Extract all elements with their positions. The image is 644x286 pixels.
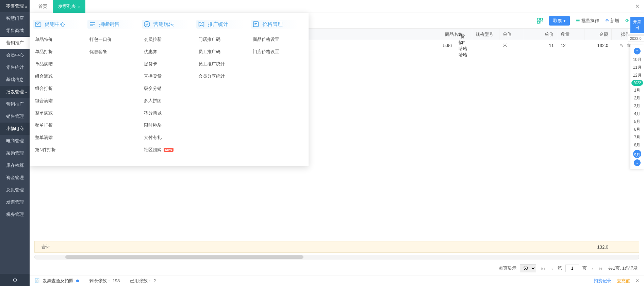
- recharge-link[interactable]: 去充值: [617, 278, 630, 284]
- mega-menu-item[interactable]: 单品满赠: [33, 58, 81, 70]
- scroll-up-icon[interactable]: ⌃: [634, 48, 641, 54]
- qupiao-button[interactable]: 取票 ▾: [549, 16, 570, 26]
- edit-icon[interactable]: ✎: [620, 43, 623, 48]
- col-header-qty[interactable]: 数量: [557, 29, 584, 40]
- mega-menu-item[interactable]: 直播卖货: [142, 70, 189, 82]
- sidebar-item[interactable]: 零售管理▴: [0, 0, 30, 12]
- sidebar-item[interactable]: 资金管理: [0, 172, 30, 184]
- sidebar-item[interactable]: 零售商城: [0, 25, 30, 37]
- mega-menu-item[interactable]: 支付有礼: [142, 131, 189, 144]
- col-header-price[interactable]: 单价: [523, 29, 557, 40]
- sidebar-item[interactable]: 营销推广: [0, 37, 30, 49]
- mega-menu-item[interactable]: 优惠券: [142, 46, 189, 58]
- sidebar-item[interactable]: 会员中心: [0, 49, 30, 61]
- sidebar-item[interactable]: 批发管理▴: [0, 86, 30, 98]
- month-item[interactable]: 6月: [630, 126, 644, 133]
- month-item[interactable]: 2月: [630, 94, 644, 102]
- deduct-link[interactable]: 扣费记录: [594, 278, 611, 284]
- qr-icon[interactable]: [537, 18, 543, 24]
- pager-page-input[interactable]: [565, 265, 579, 272]
- sidebar-item[interactable]: 发票管理: [0, 196, 30, 208]
- scrollbar-thumb[interactable]: [65, 255, 303, 259]
- mega-menu-item[interactable]: 第N件打折: [33, 144, 81, 156]
- mega-menu-item[interactable]: 会员分享统计: [196, 70, 244, 82]
- mega-menu-item[interactable]: 整单打折: [33, 119, 81, 131]
- sidebar-item[interactable]: 税务管理: [0, 208, 30, 221]
- category-icon: [198, 20, 205, 28]
- category-icon: [252, 20, 260, 28]
- month-item[interactable]: 3月: [630, 102, 644, 110]
- month-item[interactable]: 8月: [630, 141, 644, 149]
- col-header-unit[interactable]: 单位: [499, 29, 523, 40]
- pager: 每页显示 50 ⏮ ‹ 第 页 › ⏭ 共1页, 1条记录: [34, 261, 639, 275]
- new-button[interactable]: ⊕ 新增: [605, 18, 619, 24]
- mega-menu-item[interactable]: 多人拼团: [142, 95, 189, 107]
- sidebar-item[interactable]: 销售管理: [0, 110, 30, 123]
- mega-menu-item[interactable]: 员工推广码: [196, 46, 244, 58]
- chevron-down-icon: ▾: [563, 18, 566, 23]
- sidebar-item[interactable]: 智慧门店: [0, 12, 30, 25]
- mega-menu-item[interactable]: 整单满减: [33, 107, 81, 119]
- sidebar-item[interactable]: 采购管理: [0, 147, 30, 159]
- mega-item-label: 门店推广码: [198, 36, 220, 43]
- close-all-tabs-button[interactable]: ✕: [630, 3, 644, 10]
- tab[interactable]: 首页: [33, 0, 53, 13]
- month-item[interactable]: 1月: [630, 86, 644, 94]
- batch-button[interactable]: ☰ 批量操作: [576, 18, 599, 24]
- mega-menu-item[interactable]: 商品价格设置: [251, 33, 298, 46]
- svg-rect-1: [541, 18, 543, 20]
- sidebar-item[interactable]: 营销推广: [0, 98, 30, 110]
- mega-menu-item[interactable]: 单品打折: [33, 46, 81, 58]
- sidebar-item[interactable]: 电商管理: [0, 135, 30, 147]
- pager-last-icon[interactable]: ⏭: [598, 266, 605, 271]
- mega-menu-item[interactable]: 社区团购NEW: [142, 144, 189, 156]
- status-bar: 🧾 发票查验及拍照 剩余张数： 198 已用张数： 2 扣费记录 去充值 ✕: [30, 275, 644, 286]
- tab[interactable]: 发票列表×: [53, 0, 85, 13]
- check-label[interactable]: 发票查验及拍照: [43, 278, 73, 284]
- sidebar-item[interactable]: 零售统计: [0, 61, 30, 74]
- sidebar-item[interactable]: 小畅电商: [0, 123, 30, 135]
- close-icon[interactable]: ×: [78, 4, 80, 9]
- mega-menu-item[interactable]: 组合满减: [33, 70, 81, 82]
- col-header-amount[interactable]: 金额: [584, 29, 612, 40]
- mega-menu-item[interactable]: 裂变分销: [142, 82, 189, 95]
- sidebar-item[interactable]: 基础信息: [0, 74, 30, 86]
- sidebar-item[interactable]: 库存核算: [0, 159, 30, 172]
- pager-prev-icon[interactable]: ‹: [550, 266, 554, 271]
- statusbar-close-icon[interactable]: ✕: [635, 278, 639, 283]
- mini-date[interactable]: 2022.0: [628, 35, 644, 42]
- month-item[interactable]: 10月: [630, 56, 644, 64]
- pager-first-icon[interactable]: ⏮: [540, 266, 547, 271]
- invoice-date-tab[interactable]: 开票日: [630, 17, 644, 33]
- mega-menu-item[interactable]: 组合满赠: [33, 95, 81, 107]
- month-item[interactable]: 7月: [630, 133, 644, 141]
- month-item[interactable]: 9月: [633, 150, 641, 158]
- month-item[interactable]: 11月: [630, 64, 644, 72]
- mega-menu-item[interactable]: 积分商城: [142, 107, 189, 119]
- mega-menu-item[interactable]: 提货卡: [142, 58, 189, 70]
- mega-menu-item[interactable]: 门店推广码: [196, 33, 244, 46]
- pager-next-icon[interactable]: ›: [590, 266, 594, 271]
- per-page-select[interactable]: 50: [520, 264, 536, 272]
- sidebar-item[interactable]: 总账管理: [0, 184, 30, 196]
- mega-column: 促销中心单品特价单品打折单品满赠组合满减组合打折组合满赠整单满减整单打折整单满赠…: [30, 20, 84, 156]
- mega-menu-item[interactable]: 会员拉新: [142, 33, 189, 46]
- mega-menu-item[interactable]: 打包一口价: [87, 33, 135, 46]
- horizontal-scrollbar[interactable]: [34, 255, 639, 259]
- mega-menu-item[interactable]: 限时秒杀: [142, 119, 189, 131]
- info-dot-icon[interactable]: [76, 280, 79, 282]
- month-item[interactable]: 4月: [630, 110, 644, 118]
- mega-menu-item[interactable]: 优惠套餐: [87, 46, 135, 58]
- mega-menu-item[interactable]: 整单满赠: [33, 131, 81, 144]
- col-header-spec[interactable]: 规格型号: [472, 29, 499, 40]
- mega-column-title: 推广统计: [208, 21, 228, 28]
- mega-menu-item[interactable]: 员工推广统计: [196, 58, 244, 70]
- mega-menu-item[interactable]: 单品特价: [33, 33, 81, 46]
- year-badge[interactable]: 2022: [631, 80, 643, 86]
- mega-menu-item[interactable]: 组合打折: [33, 82, 81, 95]
- month-item[interactable]: 5月: [630, 118, 644, 126]
- month-item[interactable]: 12月: [630, 72, 644, 79]
- mega-menu-item[interactable]: 门店价格设置: [251, 46, 298, 58]
- scroll-down-icon[interactable]: ⌄: [634, 159, 641, 166]
- settings-button[interactable]: ⚙: [0, 274, 30, 286]
